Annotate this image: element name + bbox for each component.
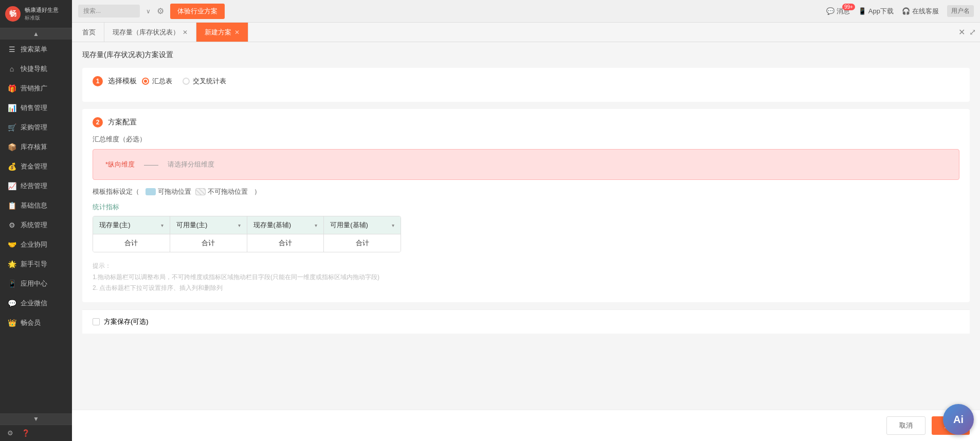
message-button[interactable]: 💬 消息 99+ [826,7,850,16]
tab-new-plan[interactable]: 新建方案 ✕ [196,23,248,42]
sidebar-item-marketing[interactable]: 🎁 营销推广 [0,79,72,98]
sidebar-item-finance[interactable]: 💰 资金管理 [0,157,72,176]
template-radio-group: 汇总表 交叉统计表 [142,77,226,86]
sidebar-item-label: 资金管理 [21,162,47,171]
tab-new-plan-label: 新建方案 [205,28,231,37]
stats-table: 现存量(主) ▾ 可用量(主) ▾ 现存量(基辅) ▾ [93,216,401,252]
sidebar-item-label: 基础信息 [21,201,47,210]
section-plan-config: 2 方案配置 汇总维度（必选） *纵向维度 —— 请选择分组维度 模板指标设定（… [82,109,970,302]
online-service-label: 在线客服 [912,7,939,16]
sidebar-item-search-menu[interactable]: ☰ 搜索菜单 [0,40,72,59]
sidebar-item-label: 企业协同 [21,240,47,249]
sidebar-scroll-up[interactable]: ▲ [0,28,72,40]
save-option-label: 方案保存(可选) [104,317,149,326]
radio-summary[interactable]: 汇总表 [142,77,172,86]
tab-home[interactable]: 首页 [72,23,104,42]
radio-cross-label: 交叉统计表 [193,77,226,86]
sidebar-item-guide[interactable]: 🌟 新手引导 [0,254,72,274]
sidebar-item-quick-nav[interactable]: ⌂ 快捷导航 [0,59,72,79]
app-download-button[interactable]: 📱 App下载 [858,7,894,16]
ai-label: Ai [953,414,964,426]
tab-inventory-close-icon[interactable]: ✕ [183,29,188,36]
help-icon[interactable]: ❓ [22,429,30,437]
tab-home-label: 首页 [82,28,96,37]
indicator-settings: 模板指标设定（ 可拖动位置 不可拖动位置 ） [93,187,959,196]
radio-dot-cross [183,78,190,85]
legend-draggable-label: 可拖动位置 [158,187,191,196]
topbar: 搜索... ∨ ⚙ 体验行业方案 💬 消息 99+ 📱 App下载 🎧 在线客服… [72,0,980,23]
tab-inventory-label: 现存量（库存状况表） [113,28,179,37]
tab-inventory[interactable]: 现存量（库存状况表） ✕ [104,23,196,42]
settings-icon[interactable]: ⚙ [7,429,13,437]
sidebar-item-label: 系统管理 [21,220,47,230]
dimension-separator: —— [144,160,158,169]
expand-tab-btn[interactable]: ⤢ [969,27,976,37]
sidebar-item-label: 企业微信 [21,299,47,308]
sidebar-item-inventory[interactable]: 📦 库存核算 [0,137,72,157]
sidebar-item-basic-info[interactable]: 📋 基础信息 [0,196,72,215]
section1-header: 1 选择模板 汇总表 交叉统计表 [93,76,959,86]
dimension-box[interactable]: *纵向维度 —— 请选择分组维度 [93,149,959,180]
dimension-label: 汇总维度（必选） [93,135,959,144]
gift-icon: 🎁 [7,84,16,93]
save-checkbox[interactable] [93,318,100,325]
online-service-button[interactable]: 🎧 在线客服 [902,7,939,16]
gear-icon: ⚙ [7,220,16,230]
tab-bar: 首页 现存量（库存状况表） ✕ 新建方案 ✕ ✕ ⤢ [72,23,980,42]
stats-col-1[interactable]: 现存量(主) ▾ [93,216,170,234]
stats-table-header: 现存量(主) ▾ 可用量(主) ▾ 现存量(基辅) ▾ [93,216,401,234]
home-icon: ⌂ [7,64,16,74]
sidebar-item-label: 库存核算 [21,142,47,152]
sidebar-item-label: 新手引导 [21,260,47,269]
chat-icon: 💬 [7,299,16,308]
dimension-hint: 请选择分组维度 [168,160,214,169]
sidebar-logo: 畅 畅康通好生意 标准版 [0,0,72,28]
stats-col-2-label: 可用量(主) [176,220,208,230]
sidebar-item-operations[interactable]: 📈 经营管理 [0,176,72,196]
tab-new-plan-close-icon[interactable]: ✕ [234,29,240,36]
radio-cross[interactable]: 交叉统计表 [183,77,226,86]
topbar-right: 💬 消息 99+ 📱 App下载 🎧 在线客服 用户名 [826,5,974,17]
sidebar-scroll-down[interactable]: ▼ [0,413,72,425]
chart-icon: 📊 [7,103,16,113]
save-option: 方案保存(可选) [82,309,970,334]
star-icon: 🌟 [7,260,16,269]
logo-icon: 畅 [5,6,21,22]
sidebar-item-enterprise[interactable]: 🤝 企业协同 [0,235,72,254]
stats-col-4[interactable]: 可用量(基辅) ▾ [324,216,401,234]
col3-chevron-icon: ▾ [315,223,317,228]
app-download-label: App下载 [868,7,894,16]
legend-fixed-box [195,188,206,195]
topbar-search[interactable]: 搜索... [78,5,140,17]
sidebar-item-label: 应用中心 [21,279,47,288]
trial-button[interactable]: 体验行业方案 [170,4,225,19]
clipboard-icon: 📋 [7,201,16,210]
stats-col-3[interactable]: 现存量(基辅) ▾ [247,216,324,234]
sidebar-item-purchase[interactable]: 🛒 采购管理 [0,118,72,137]
sidebar-item-system[interactable]: ⚙ 系统管理 [0,215,72,235]
sidebar-nav: ☰ 搜索菜单 ⌂ 快捷导航 🎁 营销推广 📊 销售管理 🛒 采购管理 📦 库存核… [0,40,72,413]
close-tab-btn[interactable]: ✕ [958,27,965,37]
sidebar-item-label: 营销推广 [21,84,47,93]
cancel-button[interactable]: 取消 [886,416,925,435]
dropdown-arrow-icon[interactable]: ∨ [146,8,151,15]
box-icon: 📦 [7,142,16,152]
ai-assistant-button[interactable]: Ai [943,404,974,435]
user-avatar[interactable]: 用户名 [947,5,974,17]
sidebar-item-sales[interactable]: 📊 销售管理 [0,98,72,118]
sidebar-item-member[interactable]: 👑 畅会员 [0,313,72,333]
phone-icon: 📱 [7,279,16,288]
topbar-gear-icon[interactable]: ⚙ [157,6,164,16]
sidebar-item-label: 采购管理 [21,123,47,132]
stats-cell-2: 合计 [170,234,247,252]
sidebar-item-app-center[interactable]: 📱 应用中心 [0,274,72,293]
sidebar-item-wechat[interactable]: 💬 企业微信 [0,293,72,313]
stats-col-2[interactable]: 可用量(主) ▾ [170,216,247,234]
stats-label: 统计指标 [93,203,959,212]
cart-icon: 🛒 [7,123,16,132]
legend-draggable: 可拖动位置 [146,187,191,196]
sidebar-item-label: 搜索菜单 [21,45,47,54]
page-title: 现存量(库存状况表)方案设置 [82,50,970,60]
footer-bar: 取消 查询 [72,410,980,441]
indicator-settings-suffix: ） [254,187,261,196]
